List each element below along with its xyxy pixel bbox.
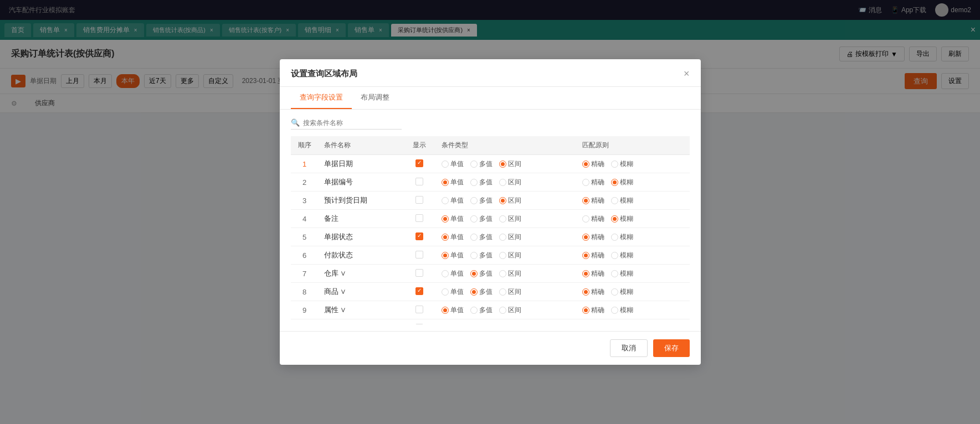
- type-radio-single[interactable]: 单值: [442, 232, 464, 242]
- modal-tab-layout[interactable]: 布局调整: [352, 87, 398, 109]
- type-radio-single[interactable]: 单值: [442, 251, 464, 260]
- match-radio-exact[interactable]: 精确: [582, 324, 604, 325]
- type-radio-range[interactable]: 区间: [499, 214, 521, 224]
- type-radio-multi-input[interactable]: [470, 270, 478, 277]
- display-checkbox[interactable]: [415, 196, 423, 204]
- type-radio-range[interactable]: 区间: [499, 306, 521, 315]
- type-radio-single[interactable]: 单值: [442, 214, 464, 224]
- type-radio-range-input[interactable]: [499, 270, 506, 277]
- match-radio-exact[interactable]: 精确: [582, 196, 604, 205]
- display-checkbox[interactable]: [415, 232, 423, 240]
- match-radio-exact-input[interactable]: [582, 288, 589, 296]
- type-radio-single-input[interactable]: [442, 197, 449, 204]
- type-radio-single[interactable]: 单值: [442, 159, 464, 169]
- type-radio-single[interactable]: 单值: [442, 287, 464, 297]
- type-radio-multi-input[interactable]: [470, 179, 478, 186]
- match-radio-exact[interactable]: 精确: [582, 178, 604, 187]
- match-radio-exact-input[interactable]: [582, 197, 589, 204]
- type-radio-range[interactable]: 区间: [499, 178, 521, 187]
- type-radio-range[interactable]: 区间: [499, 287, 521, 297]
- type-radio-single-input[interactable]: [442, 234, 449, 241]
- match-radio-fuzzy-input[interactable]: [611, 252, 618, 259]
- type-radio-single-input[interactable]: [442, 179, 449, 186]
- type-radio-multi-input[interactable]: [470, 215, 478, 223]
- match-radio-exact[interactable]: 精确: [582, 306, 604, 315]
- type-radio-multi[interactable]: 多值: [470, 232, 492, 242]
- type-radio-multi[interactable]: 多值: [470, 196, 492, 205]
- type-radio-multi[interactable]: 多值: [470, 306, 492, 315]
- match-radio-fuzzy-input[interactable]: [611, 215, 618, 223]
- type-radio-single-input[interactable]: [442, 270, 449, 277]
- save-button[interactable]: 保存: [653, 339, 690, 357]
- match-radio-exact-input[interactable]: [582, 234, 589, 241]
- type-radio-multi-input[interactable]: [470, 307, 478, 314]
- display-checkbox[interactable]: [415, 159, 423, 167]
- match-radio-fuzzy-input[interactable]: [611, 197, 618, 204]
- match-radio-fuzzy[interactable]: 模糊: [611, 159, 633, 169]
- match-radio-fuzzy-input[interactable]: [611, 270, 618, 277]
- type-radio-single-input[interactable]: [442, 161, 449, 168]
- match-radio-fuzzy-input[interactable]: [611, 307, 618, 314]
- type-radio-range-input[interactable]: [499, 161, 506, 168]
- type-radio-multi[interactable]: 多值: [470, 287, 492, 297]
- display-checkbox[interactable]: [415, 287, 423, 295]
- type-radio-range[interactable]: 区间: [499, 269, 521, 278]
- match-radio-fuzzy-input[interactable]: [611, 288, 618, 296]
- type-radio-multi-input[interactable]: [470, 197, 478, 204]
- type-radio-multi-input[interactable]: [470, 234, 478, 241]
- match-radio-exact-input[interactable]: [582, 179, 589, 186]
- type-radio-multi-input[interactable]: [470, 288, 478, 296]
- display-checkbox[interactable]: [415, 306, 423, 313]
- match-radio-exact-input[interactable]: [582, 215, 589, 223]
- type-radio-multi[interactable]: 多值: [470, 324, 492, 325]
- match-radio-exact-input[interactable]: [582, 307, 589, 314]
- type-radio-range[interactable]: 区间: [499, 159, 521, 169]
- type-radio-multi[interactable]: 多值: [470, 178, 492, 187]
- condition-search-input[interactable]: [303, 119, 392, 127]
- type-radio-range-input[interactable]: [499, 179, 506, 186]
- type-radio-range-input[interactable]: [499, 197, 506, 204]
- type-radio-single-input[interactable]: [442, 288, 449, 296]
- type-radio-single[interactable]: 单值: [442, 324, 464, 325]
- match-radio-exact[interactable]: 精确: [582, 232, 604, 242]
- type-radio-multi-input[interactable]: [470, 161, 478, 168]
- type-radio-single[interactable]: 单值: [442, 178, 464, 187]
- match-radio-fuzzy[interactable]: 模糊: [611, 196, 633, 205]
- type-radio-single-input[interactable]: [442, 215, 449, 223]
- type-radio-multi[interactable]: 多值: [470, 251, 492, 260]
- type-radio-range[interactable]: 区间: [499, 232, 521, 242]
- type-radio-range[interactable]: 区间: [499, 251, 521, 260]
- type-radio-multi-input[interactable]: [470, 252, 478, 259]
- type-radio-range[interactable]: 区间: [499, 324, 521, 325]
- match-radio-exact-input[interactable]: [582, 161, 589, 168]
- type-radio-multi[interactable]: 多值: [470, 269, 492, 278]
- display-checkbox[interactable]: [415, 324, 423, 325]
- type-radio-range-input[interactable]: [499, 307, 506, 314]
- match-radio-fuzzy[interactable]: 模糊: [611, 214, 633, 224]
- match-radio-fuzzy[interactable]: 模糊: [611, 306, 633, 315]
- type-radio-range-input[interactable]: [499, 288, 506, 296]
- match-radio-exact[interactable]: 精确: [582, 159, 604, 169]
- type-radio-range-input[interactable]: [499, 252, 506, 259]
- match-radio-exact[interactable]: 精确: [582, 214, 604, 224]
- match-radio-fuzzy[interactable]: 模糊: [611, 287, 633, 297]
- type-radio-single[interactable]: 单值: [442, 306, 464, 315]
- display-checkbox[interactable]: [415, 251, 423, 258]
- match-radio-exact[interactable]: 精确: [582, 287, 604, 297]
- match-radio-exact[interactable]: 精确: [582, 251, 604, 260]
- match-radio-exact-input[interactable]: [582, 252, 589, 259]
- match-radio-fuzzy-input[interactable]: [611, 161, 618, 168]
- type-radio-range[interactable]: 区间: [499, 196, 521, 205]
- type-radio-single-input[interactable]: [442, 252, 449, 259]
- type-radio-multi[interactable]: 多值: [470, 159, 492, 169]
- display-checkbox[interactable]: [415, 178, 423, 185]
- type-radio-range-input[interactable]: [499, 234, 506, 241]
- match-radio-exact-input[interactable]: [582, 270, 589, 277]
- match-radio-fuzzy[interactable]: 模糊: [611, 251, 633, 260]
- type-radio-single[interactable]: 单值: [442, 269, 464, 278]
- match-radio-fuzzy[interactable]: 模糊: [611, 269, 633, 278]
- match-radio-exact[interactable]: 精确: [582, 269, 604, 278]
- match-radio-fuzzy[interactable]: 模糊: [611, 178, 633, 187]
- modal-close-btn[interactable]: ×: [684, 68, 690, 80]
- type-radio-multi[interactable]: 多值: [470, 214, 492, 224]
